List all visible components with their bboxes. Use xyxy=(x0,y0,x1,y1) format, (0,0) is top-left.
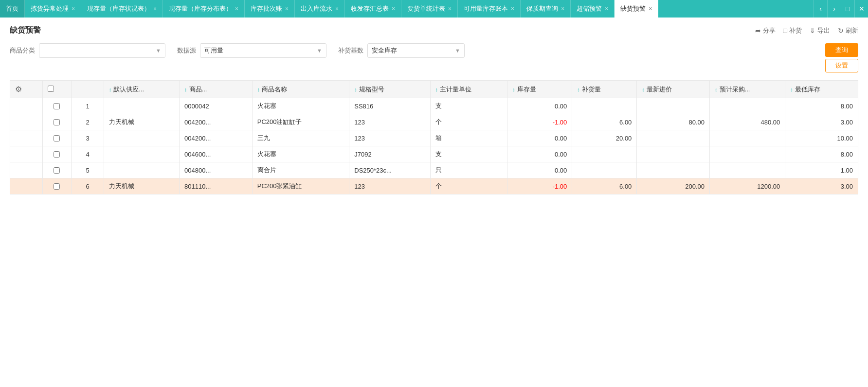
query-button[interactable]: 查询 xyxy=(825,43,858,57)
header-actions: ➦ 分享 □ 补货 ⇓ 导出 ↻ 刷新 xyxy=(755,26,858,35)
row-checkbox-1 xyxy=(42,114,72,130)
row-stock-5: -1.00 xyxy=(507,178,572,194)
row-product-id-1: 004200... xyxy=(180,114,253,130)
tab-stock-status-close[interactable]: × xyxy=(153,5,157,12)
row-est-purchase-4 xyxy=(710,162,785,178)
row-product-id-2: 004200... xyxy=(180,130,253,146)
tab-stock-status[interactable]: 现存量（库存状况表） × xyxy=(81,0,163,18)
row-restock-0 xyxy=(572,98,637,114)
category-dropdown-icon: ▼ xyxy=(156,48,161,53)
table-row: 1 0000042 火花塞 SS816 支 0.00 8.00 xyxy=(10,98,858,114)
row-select-2[interactable] xyxy=(54,135,60,141)
tab-batch-ledger-close[interactable]: × xyxy=(285,5,289,12)
row-settings-1 xyxy=(10,114,43,130)
tab-nav-controls: ‹ › □ ✕ xyxy=(814,0,868,18)
row-select-5[interactable] xyxy=(54,183,60,190)
tab-exception[interactable]: 拣货异常处理 × xyxy=(25,0,81,18)
table-row: 2 力天机械 004200... PC200油缸缸子 123 个 -1.00 6… xyxy=(10,114,858,130)
tab-recv-summary[interactable]: 收发存汇总表 × xyxy=(345,0,401,18)
refresh-button[interactable]: ↻ 刷新 xyxy=(838,26,858,35)
tab-shortage-close[interactable]: × xyxy=(649,5,652,12)
datasource-label: 数据源 xyxy=(177,46,196,55)
row-stock-1: -1.00 xyxy=(507,114,572,130)
row-supplier-2 xyxy=(104,130,179,146)
row-settings-0 xyxy=(10,98,43,114)
tab-inout-flow-close[interactable]: × xyxy=(335,5,339,12)
tab-avail-ledger[interactable]: 可用量库存账本 × xyxy=(458,0,521,18)
sort-restock-icon: ↕ xyxy=(577,87,580,92)
tab-stock-dist-close[interactable]: × xyxy=(235,5,238,12)
data-table: ⚙ ↕ 默认供应... ↕ 商品... xyxy=(10,80,858,194)
row-restock-1: 6.00 xyxy=(572,114,637,130)
tab-close-all-button[interactable]: ✕ xyxy=(854,0,868,18)
tab-req-stats-close[interactable]: × xyxy=(448,5,452,12)
row-product-name-2: 三九 xyxy=(252,130,349,146)
th-spec: ↕ 规格型号 xyxy=(349,81,430,98)
th-unit: ↕ 主计量单位 xyxy=(430,81,507,98)
row-spec-5: 123 xyxy=(349,178,430,194)
tab-batch-ledger[interactable]: 库存批次账 × xyxy=(245,0,295,18)
row-spec-1: 123 xyxy=(349,114,430,130)
row-checkbox-2 xyxy=(42,130,72,146)
tab-prev-button[interactable]: ‹ xyxy=(814,0,827,18)
tab-req-stats[interactable]: 要货单统计表 × xyxy=(401,0,458,18)
row-unit-2: 箱 xyxy=(430,130,507,146)
tab-restore-button[interactable]: □ xyxy=(841,0,854,18)
th-est-purchase: ↕ 预计采购... xyxy=(710,81,785,98)
th-min-stock: ↕ 最低库存 xyxy=(785,81,858,98)
filter-bar: 商品分类 ▼ 数据源 可用量 ▼ 补货基数 安全库存 ▼ xyxy=(10,43,814,58)
row-settings-5 xyxy=(10,178,43,194)
share-button[interactable]: ➦ 分享 xyxy=(755,26,776,35)
sort-product-id-icon: ↕ xyxy=(184,87,187,92)
tab-inout-flow[interactable]: 出入库流水 × xyxy=(295,0,345,18)
row-latest-price-5: 200.00 xyxy=(637,178,710,194)
tab-expiry[interactable]: 保质期查询 × xyxy=(521,0,571,18)
datasource-select[interactable]: 可用量 ▼ xyxy=(200,43,326,58)
th-product-name: ↕ 商品名称 xyxy=(252,81,349,98)
th-checkbox xyxy=(42,81,72,98)
tab-stock-dist[interactable]: 现存量（库存分布表） × xyxy=(163,0,245,18)
category-label: 商品分类 xyxy=(10,46,35,55)
row-latest-price-0 xyxy=(637,98,710,114)
row-est-purchase-5: 1200.00 xyxy=(710,178,785,194)
row-index-0: 1 xyxy=(72,98,104,114)
tab-next-button[interactable]: › xyxy=(827,0,841,18)
table-row: 4 004600... 火花塞 J7092 支 0.00 8.00 xyxy=(10,146,858,162)
category-select[interactable]: ▼ xyxy=(39,43,165,58)
select-all-checkbox[interactable] xyxy=(48,86,54,92)
tab-expiry-close[interactable]: × xyxy=(561,5,564,12)
table-settings-icon[interactable]: ⚙ xyxy=(15,85,22,93)
tab-exception-close[interactable]: × xyxy=(72,5,75,12)
restock-button[interactable]: □ 补货 xyxy=(783,26,802,35)
row-select-4[interactable] xyxy=(54,167,60,174)
tab-home[interactable]: 首页 xyxy=(0,0,25,18)
row-latest-price-2 xyxy=(637,130,710,146)
export-button[interactable]: ⇓ 导出 xyxy=(810,26,830,35)
settings-button[interactable]: 设置 xyxy=(825,59,858,72)
tab-overstock[interactable]: 超储预警 × xyxy=(571,0,615,18)
replenish-label: 补货基数 xyxy=(338,46,363,55)
row-spec-2: 123 xyxy=(349,130,430,146)
row-select-0[interactable] xyxy=(54,103,60,109)
row-restock-3 xyxy=(572,146,637,162)
row-supplier-0 xyxy=(104,98,179,114)
tab-shortage[interactable]: 缺货预警 × xyxy=(615,0,658,18)
row-select-3[interactable] xyxy=(54,151,60,158)
row-min-stock-2: 10.00 xyxy=(785,130,858,146)
row-product-name-5: PC200张紧油缸 xyxy=(252,178,349,194)
row-unit-4: 只 xyxy=(430,162,507,178)
share-icon: ➦ xyxy=(755,27,761,35)
replenish-select[interactable]: 安全库存 ▼ xyxy=(367,43,465,58)
row-supplier-5: 力天机械 xyxy=(104,178,179,194)
row-settings-2 xyxy=(10,130,43,146)
row-select-1[interactable] xyxy=(54,119,60,125)
sort-stock-icon: ↕ xyxy=(512,87,515,92)
row-product-name-4: 离合片 xyxy=(252,162,349,178)
row-checkbox-4 xyxy=(42,162,72,178)
row-est-purchase-0 xyxy=(710,98,785,114)
page-title: 缺货预警 xyxy=(10,25,41,35)
tab-recv-summary-close[interactable]: × xyxy=(392,5,395,12)
tab-overstock-close[interactable]: × xyxy=(605,5,608,12)
tab-avail-ledger-close[interactable]: × xyxy=(511,5,514,12)
row-product-id-4: 004800... xyxy=(180,162,253,178)
